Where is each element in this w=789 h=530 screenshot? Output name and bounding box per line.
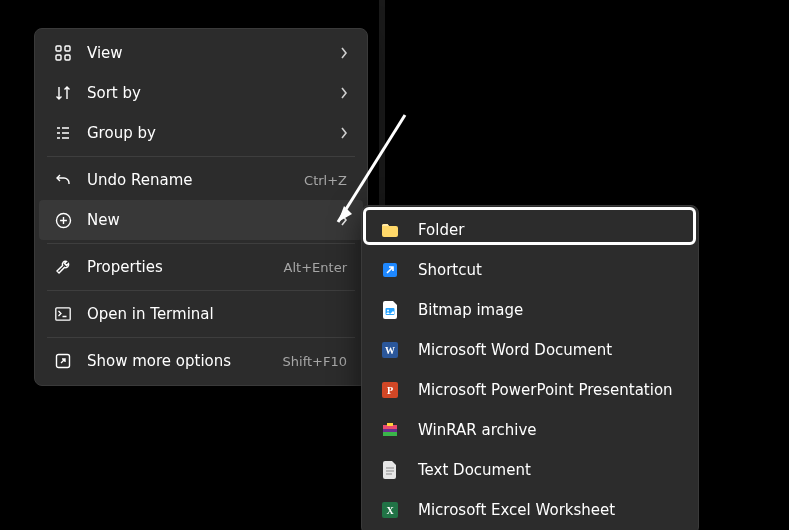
menu-item-sort-by[interactable]: Sort by [39,73,363,113]
new-submenu: Folder Shortcut Bitmap image W Microsoft… [361,205,699,530]
submenu-item-excel[interactable]: X Microsoft Excel Worksheet [366,490,694,530]
submenu-label: Text Document [418,461,682,479]
word-icon: W [380,340,400,360]
shortcut-label: Shift+F10 [283,354,347,369]
shortcut-icon [380,260,400,280]
submenu-item-word[interactable]: W Microsoft Word Document [366,330,694,370]
plus-circle-icon [53,210,73,230]
text-file-icon [380,460,400,480]
menu-item-view[interactable]: View [39,33,363,73]
menu-label: Group by [87,124,331,142]
submenu-label: WinRAR archive [418,421,682,439]
shortcut-label: Alt+Enter [284,260,347,275]
menu-label: Undo Rename [87,171,304,189]
svg-text:X: X [386,505,394,516]
separator [47,290,355,291]
submenu-item-text[interactable]: Text Document [366,450,694,490]
chevron-right-icon [337,127,351,139]
winrar-icon [380,420,400,440]
menu-item-undo[interactable]: Undo Rename Ctrl+Z [39,160,363,200]
expand-icon [53,351,73,371]
separator [47,243,355,244]
menu-label: Sort by [87,84,331,102]
wrench-icon [53,257,73,277]
submenu-label: Shortcut [418,261,682,279]
svg-rect-17 [387,423,393,426]
submenu-label: Folder [418,221,682,239]
svg-rect-2 [56,55,61,60]
submenu-item-shortcut[interactable]: Shortcut [366,250,694,290]
chevron-right-icon [337,47,351,59]
svg-rect-1 [65,46,70,51]
bitmap-icon [380,300,400,320]
svg-rect-0 [56,46,61,51]
desktop-background[interactable]: { "main_menu": { "view": { "label": "Vie… [0,0,789,530]
submenu-label: Microsoft Word Document [418,341,682,359]
submenu-label: Microsoft Excel Worksheet [418,501,682,519]
menu-item-open-terminal[interactable]: Open in Terminal [39,294,363,334]
menu-label: Open in Terminal [87,305,351,323]
submenu-item-bitmap[interactable]: Bitmap image [366,290,694,330]
separator [47,337,355,338]
context-menu: View Sort by Group by [34,28,368,386]
separator [47,156,355,157]
menu-item-show-more[interactable]: Show more options Shift+F10 [39,341,363,381]
excel-icon: X [380,500,400,520]
powerpoint-icon: P [380,380,400,400]
svg-point-9 [387,310,389,312]
submenu-label: Microsoft PowerPoint Presentation [418,381,682,399]
folder-icon [380,220,400,240]
chevron-right-icon [337,214,351,226]
shortcut-label: Ctrl+Z [304,173,347,188]
menu-label: Properties [87,258,284,276]
submenu-label: Bitmap image [418,301,682,319]
submenu-item-winrar[interactable]: WinRAR archive [366,410,694,450]
svg-rect-5 [56,308,70,320]
submenu-item-folder[interactable]: Folder [366,210,694,250]
svg-text:P: P [387,385,393,396]
sort-icon [53,83,73,103]
svg-rect-3 [65,55,70,60]
undo-icon [53,170,73,190]
chevron-right-icon [337,87,351,99]
terminal-icon [53,304,73,324]
menu-label: Show more options [87,352,283,370]
menu-item-properties[interactable]: Properties Alt+Enter [39,247,363,287]
submenu-item-powerpoint[interactable]: P Microsoft PowerPoint Presentation [366,370,694,410]
svg-rect-16 [383,432,397,436]
svg-text:W: W [385,345,395,356]
grid-icon [53,43,73,63]
group-icon [53,123,73,143]
menu-item-new[interactable]: New [39,200,363,240]
menu-item-group-by[interactable]: Group by [39,113,363,153]
menu-label: View [87,44,331,62]
menu-label: New [87,211,331,229]
